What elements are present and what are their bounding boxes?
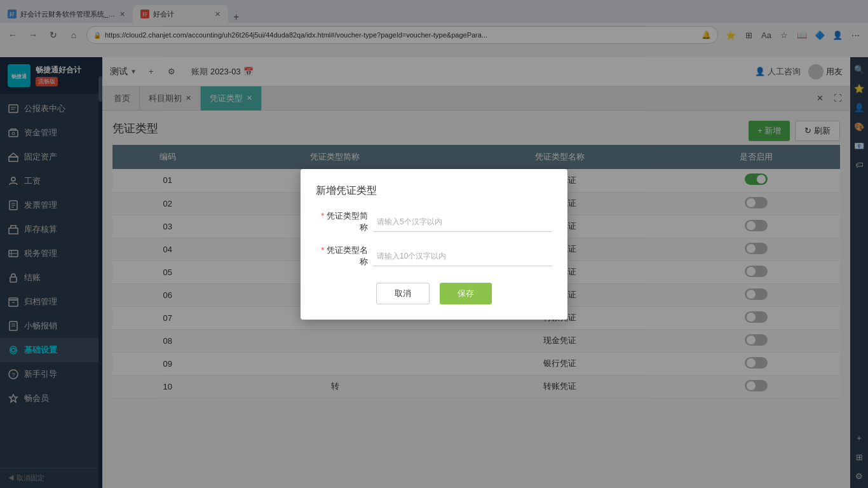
modal-footer: 取消 保存 bbox=[316, 283, 552, 304]
modal-cancel-button[interactable]: 取消 bbox=[376, 283, 430, 304]
field-name-label: 凭证类型名称 bbox=[316, 245, 373, 268]
modal-overlay: 新增凭证类型 凭证类型简称 凭证类型名称 取消 保存 bbox=[0, 0, 868, 488]
add-voucher-type-modal: 新增凭证类型 凭证类型简称 凭证类型名称 取消 保存 bbox=[301, 169, 567, 320]
field-short-input[interactable] bbox=[373, 212, 552, 232]
modal-title: 新增凭证类型 bbox=[316, 184, 552, 198]
field-short-label: 凭证类型简称 bbox=[316, 210, 373, 233]
field-name-input[interactable] bbox=[373, 246, 552, 266]
field-name-row: 凭证类型名称 bbox=[316, 245, 552, 268]
cancel-label: 取消 bbox=[395, 288, 411, 298]
save-label: 保存 bbox=[458, 288, 474, 298]
modal-save-button[interactable]: 保存 bbox=[440, 283, 492, 304]
field-short-row: 凭证类型简称 bbox=[316, 210, 552, 233]
